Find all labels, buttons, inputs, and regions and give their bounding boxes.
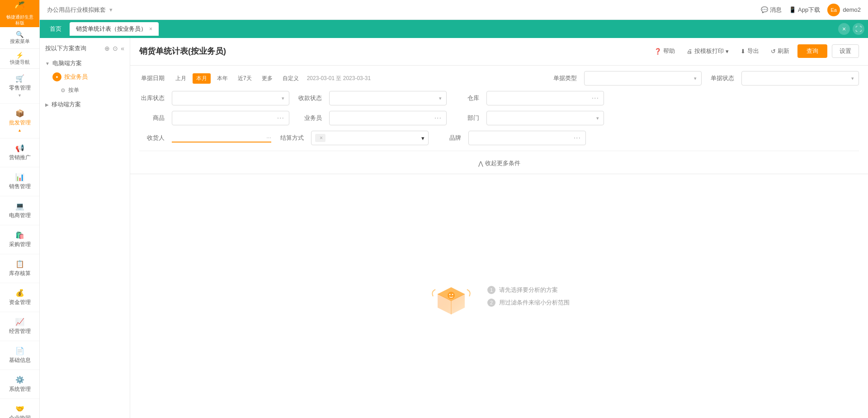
settlement-clear-icon[interactable]: × <box>320 135 323 141</box>
retail-icon: 🛒 <box>15 74 24 83</box>
collapse-label: 收起更多条件 <box>485 159 520 167</box>
add-plan-icon[interactable]: ⊕ <box>104 45 110 52</box>
collapse-panel-icon[interactable]: « <box>121 45 124 52</box>
warehouse-select[interactable]: ··· <box>486 91 604 105</box>
topbar-right: 💬 消息 📱 App下载 Ea demo2 <box>761 4 861 16</box>
message-btn[interactable]: 💬 消息 <box>761 6 782 14</box>
doc-type-chevron: ▾ <box>694 76 697 81</box>
out-status-select[interactable]: ▾ <box>172 91 289 105</box>
brand-select[interactable]: ··· <box>468 131 586 145</box>
export-btn[interactable]: ⬇ 导出 <box>737 45 763 57</box>
sidebar-item-search[interactable]: 🔍 搜索菜单 <box>0 27 39 49</box>
consignee-dots[interactable]: ··· <box>266 134 271 141</box>
filter-row-consignee: 收货人 ··· 结算方式 × ▾ 品牌 <box>139 131 859 145</box>
sidebar-item-basicinfo[interactable]: 📄 基础信息 <box>0 341 39 370</box>
svg-point-5 <box>448 292 455 299</box>
brand-dots: ··· <box>574 134 581 142</box>
plan-item-by-salesperson[interactable]: ● 按业务员 <box>40 70 130 84</box>
refresh-btn[interactable]: ↺ 刷新 <box>767 45 793 57</box>
goods-label: 商品 <box>139 114 165 122</box>
sidebar-item-marketing[interactable]: 📢 营销推广 <box>0 138 39 167</box>
settlement-tag: × <box>315 134 326 142</box>
consignee-input[interactable] <box>172 134 266 141</box>
consignee-label: 收货人 <box>139 134 165 142</box>
warehouse-dots: ··· <box>592 94 599 102</box>
settlement-field: × ▾ <box>311 131 429 145</box>
avatar-text: Ea <box>831 7 837 13</box>
doc-type-select[interactable]: ▾ <box>584 71 702 86</box>
tab-home[interactable]: 首页 <box>43 22 68 36</box>
sidebar-finance-label: 资金管理 <box>9 299 31 306</box>
sidebar-retail-label: 零售管理 <box>9 84 31 92</box>
sidebar-item-sales[interactable]: 📊 销售管理 <box>0 167 39 196</box>
empty-state: 1 请先选择要分析的方案 2 用过滤条件来缩小分析范围 <box>130 174 868 418</box>
sidebar-item-system[interactable]: ⚙️ 系统管理 <box>0 370 39 399</box>
tab-sales-stats[interactable]: 销货单统计表（按业务员） × <box>70 22 159 36</box>
date-shortcut-more[interactable]: 更多 <box>258 73 276 84</box>
wholesale-icon: 📦 <box>15 109 24 118</box>
workspace-dropdown-icon[interactable]: ▾ <box>109 6 113 13</box>
date-shortcut-custom[interactable]: 自定义 <box>279 73 302 84</box>
edit-plan-icon[interactable]: ⊙ <box>113 45 118 52</box>
main-area: 办公用品行业模拟账套 ▾ 💬 消息 📱 App下载 Ea demo2 首页 <box>40 0 868 418</box>
payment-status-chevron: ▾ <box>439 95 442 101</box>
department-select[interactable]: ▾ <box>486 111 604 125</box>
page-actions: ❓ 帮助 🖨 按模板打印 ▾ ⬇ 导出 ↺ <box>651 44 859 58</box>
sidebar-item-operations[interactable]: 📈 经营管理 <box>0 312 39 341</box>
doc-type-label: 单据类型 <box>552 74 577 82</box>
print-template-btn[interactable]: 🖨 按模板打印 ▾ <box>683 45 732 57</box>
sidebar-item-inventory[interactable]: 📋 库存核算 <box>0 254 39 283</box>
salesperson-dots: ··· <box>434 114 442 122</box>
out-status-label: 出库状态 <box>139 94 165 102</box>
sidebar-item-shortcut[interactable]: ⚡ 快捷导航 <box>0 49 39 69</box>
doc-status-select[interactable]: ▾ <box>741 71 859 86</box>
tab-close-icon[interactable]: × <box>149 26 152 32</box>
settlement-label: 结算方式 <box>278 134 304 142</box>
help-btn[interactable]: ❓ 帮助 <box>651 45 679 57</box>
tab-home-label: 首页 <box>50 25 61 33</box>
message-label: 消息 <box>770 6 782 14</box>
consignee-input-group: ··· <box>172 134 271 142</box>
plan-group-mobile-header[interactable]: ▶ 移动端方案 <box>40 98 130 111</box>
expand-triangle: ▼ <box>45 61 50 66</box>
collapse-btn[interactable]: ⋀ 收起更多条件 <box>139 157 859 170</box>
sub-plan-item-by-order[interactable]: ⚙ 按单 <box>40 84 130 96</box>
salesperson-select[interactable]: ··· <box>329 111 447 125</box>
department-chevron: ▾ <box>596 115 599 121</box>
warehouse-label: 仓库 <box>454 94 479 102</box>
sidebar-item-collab[interactable]: 🤝 企业协同 <box>0 399 39 418</box>
plan-salesperson-label: 按业务员 <box>64 73 88 81</box>
date-shortcut-this-month[interactable]: 本月 <box>193 73 211 84</box>
system-icon: ⚙️ <box>15 375 24 384</box>
print-label: 按模板打印 <box>694 47 724 55</box>
sub-plan-order-label: 按单 <box>68 86 79 94</box>
plan-group-desktop-header[interactable]: ▼ 电脑端方案 <box>40 57 130 70</box>
sidebar-sales-label: 销售管理 <box>9 183 31 190</box>
settlement-chevron[interactable]: ▾ <box>421 135 425 142</box>
payment-status-select[interactable]: ▾ <box>329 91 447 105</box>
settings-btn[interactable]: 设置 <box>832 44 859 58</box>
sidebar-item-wholesale[interactable]: 📦 批发管理 ▲ <box>0 104 39 138</box>
active-plan-indicator: ● <box>52 72 61 81</box>
tip-text-2: 用过滤条件来缩小分析范围 <box>499 299 570 307</box>
sidebar-item-finance[interactable]: 💰 资金管理 <box>0 283 39 312</box>
refresh-label: 刷新 <box>778 47 789 55</box>
sidebar-item-purchase[interactable]: 🛍️ 采购管理 <box>0 225 39 254</box>
user-info[interactable]: Ea demo2 <box>827 4 861 16</box>
sidebar-item-retail[interactable]: 🛒 零售管理 ▼ <box>0 69 39 104</box>
empty-state-content: 1 请先选择要分析的方案 2 用过滤条件来缩小分析范围 <box>429 274 570 319</box>
tab-fullscreen-btn[interactable]: ⛶ <box>853 23 864 35</box>
plan-group-mobile: ▶ 移动端方案 <box>40 97 130 112</box>
page-header: 销货单统计表(按业务员) ❓ 帮助 🖨 按模板打印 ▾ ⬇ <box>130 38 868 66</box>
tab-close-btn[interactable]: × <box>838 23 850 35</box>
query-btn[interactable]: 查询 <box>797 44 827 58</box>
date-shortcut-this-year[interactable]: 本年 <box>213 73 231 84</box>
sidebar-marketing-label: 营销推广 <box>9 154 31 162</box>
sidebar-item-ecommerce[interactable]: 💻 电商管理 <box>0 196 39 225</box>
date-shortcut-last-month[interactable]: 上月 <box>172 73 190 84</box>
date-picker-group: 上月 本月 本年 近7天 更多 自定义 2023-03-01 至 2023-03… <box>172 73 544 84</box>
goods-select[interactable]: ··· <box>172 111 289 125</box>
date-shortcut-7days[interactable]: 近7天 <box>234 73 255 84</box>
tabbar-right: × ⛶ <box>838 23 864 35</box>
app-download-btn[interactable]: 📱 App下载 <box>789 6 820 14</box>
